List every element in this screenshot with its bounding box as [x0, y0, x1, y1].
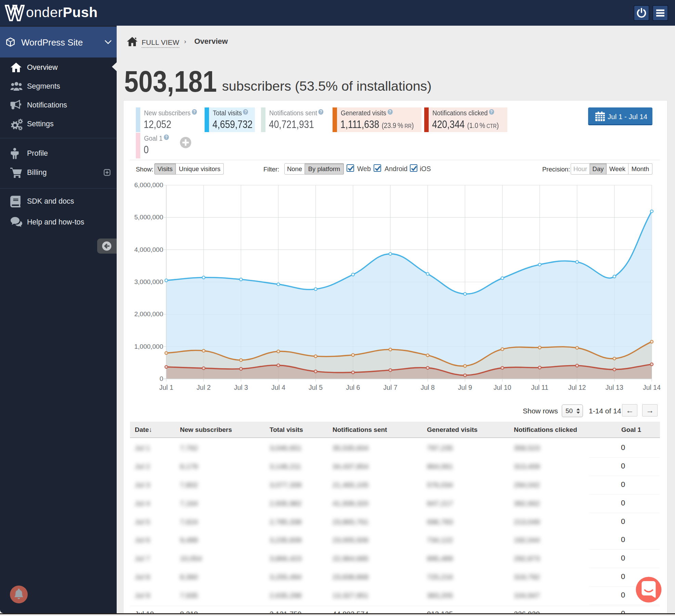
svg-text:Jul 9: Jul 9	[458, 384, 472, 391]
svg-text:4,000,000: 4,000,000	[134, 246, 163, 253]
svg-text:Jul 11: Jul 11	[531, 384, 548, 391]
svg-text:2,000,000: 2,000,000	[134, 310, 163, 318]
svg-text:Jul 6: Jul 6	[346, 384, 360, 391]
svg-text:Jul 12: Jul 12	[568, 384, 586, 391]
svg-text:Jul 4: Jul 4	[271, 384, 285, 391]
svg-text:Jul 7: Jul 7	[383, 384, 397, 391]
svg-text:6,000,000: 6,000,000	[134, 181, 163, 189]
svg-text:3,000,000: 3,000,000	[134, 278, 163, 285]
svg-text:5,000,000: 5,000,000	[134, 214, 163, 221]
svg-text:Jul 14: Jul 14	[643, 384, 661, 391]
svg-text:1,000,000: 1,000,000	[134, 343, 163, 350]
svg-text:Jul 10: Jul 10	[493, 384, 511, 391]
svg-text:Jul 5: Jul 5	[309, 384, 323, 391]
svg-text:Jul 8: Jul 8	[420, 384, 434, 391]
svg-text:Jul 1: Jul 1	[159, 384, 173, 391]
svg-text:Jul 13: Jul 13	[606, 384, 623, 391]
svg-text:0: 0	[159, 375, 163, 382]
svg-text:Jul 3: Jul 3	[234, 384, 248, 391]
svg-text:Jul 2: Jul 2	[197, 384, 211, 391]
